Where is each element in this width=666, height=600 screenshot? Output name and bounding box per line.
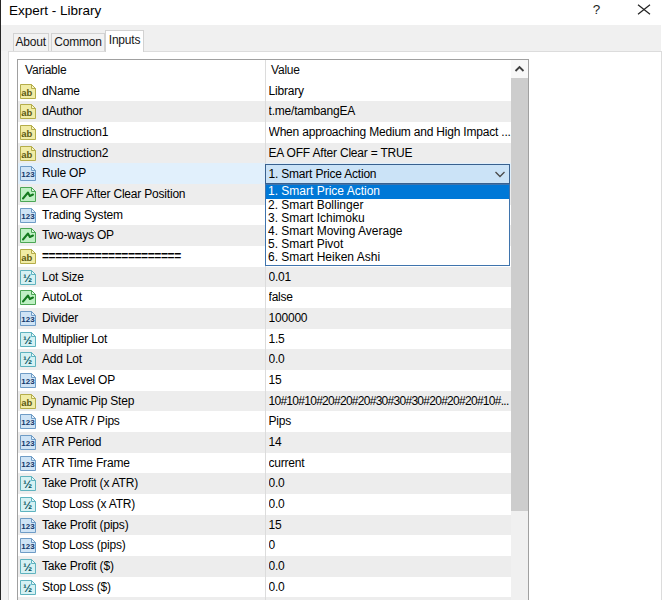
- svg-text:123: 123: [21, 171, 35, 180]
- svg-text:123: 123: [21, 377, 35, 386]
- svg-text:123: 123: [21, 522, 35, 531]
- svg-text:½: ½: [23, 499, 32, 511]
- svg-text:123: 123: [21, 315, 35, 324]
- svg-text:½: ½: [23, 354, 32, 366]
- svg-text:ab: ab: [21, 128, 32, 139]
- svg-text:½: ½: [23, 582, 32, 594]
- svg-text:ab: ab: [21, 396, 32, 407]
- svg-text:½: ½: [23, 561, 32, 573]
- svg-text:123: 123: [21, 212, 35, 221]
- svg-text:123: 123: [21, 439, 35, 448]
- svg-text:ab: ab: [21, 107, 32, 118]
- svg-text:ab: ab: [21, 148, 32, 159]
- svg-text:123: 123: [21, 419, 35, 428]
- svg-text:ab: ab: [21, 252, 32, 263]
- svg-text:ab: ab: [21, 86, 32, 97]
- svg-text:½: ½: [23, 334, 32, 346]
- svg-text:123: 123: [21, 460, 35, 469]
- svg-text:½: ½: [23, 478, 32, 490]
- svg-text:½: ½: [23, 272, 32, 284]
- svg-text:123: 123: [21, 543, 35, 552]
